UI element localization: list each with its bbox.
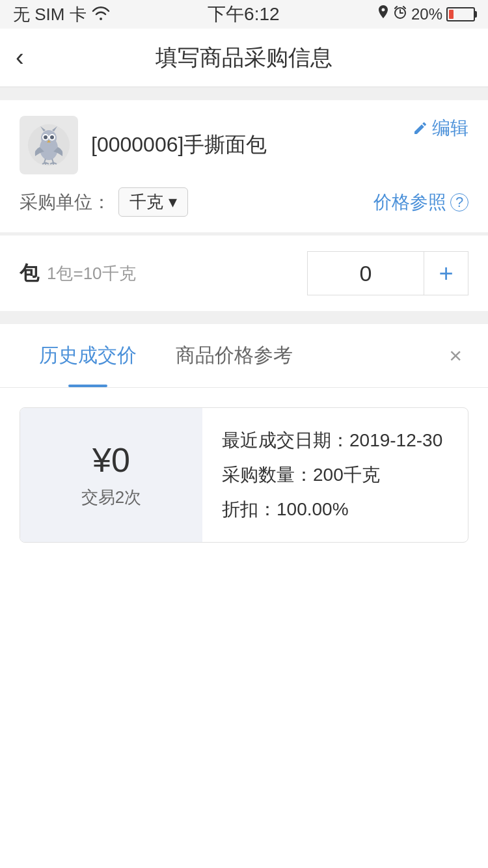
tab-history-price[interactable]: 历史成交价 [20, 324, 156, 387]
back-button[interactable]: ‹ [16, 44, 24, 72]
tab-product-label: 商品价格参考 [176, 344, 293, 366]
status-time: 下午6:12 [208, 2, 280, 27]
battery-percent: 20% [411, 5, 442, 23]
location-icon [377, 5, 389, 23]
quantity-row: 包 1包=10千克 0 + [20, 236, 468, 311]
tab-content: ¥0 交易2次 最近成交日期：2019-12-30 采购数量：200千克 折扣：… [0, 388, 488, 562]
svg-point-11 [50, 135, 54, 139]
product-card: [0000006]手撕面包 编辑 采购单位： 千克 ▾ 价格参照 ? [0, 100, 488, 232]
quantity-section: 包 1包=10千克 0 + [0, 235, 488, 311]
unit-label: 采购单位： [20, 190, 111, 215]
recent-date-label: 最近成交日期： [222, 430, 349, 450]
qty-label: 采购数量： [222, 465, 313, 485]
status-left: 无 SIM 卡 [13, 3, 110, 26]
product-image [20, 116, 78, 174]
product-left: [0000006]手撕面包 [20, 116, 267, 174]
quantity-plus-button[interactable]: + [424, 251, 468, 295]
edit-button[interactable]: 编辑 [413, 116, 468, 141]
qty-value: 200千克 [313, 465, 380, 485]
help-icon: ? [450, 193, 468, 211]
price-amount: ¥0 [92, 441, 130, 480]
tab-items: 历史成交价 商品价格参考 [20, 324, 312, 387]
price-reference-button[interactable]: 价格参照 ? [373, 190, 468, 215]
price-right-panel: 最近成交日期：2019-12-30 采购数量：200千克 折扣：100.00% [202, 408, 468, 542]
price-detail-qty: 采购数量：200千克 [222, 462, 448, 487]
price-left-panel: ¥0 交易2次 [20, 408, 202, 542]
unit-value: 千克 [129, 191, 163, 213]
recent-date-value: 2019-12-30 [349, 430, 442, 450]
dropdown-icon: ▾ [169, 192, 177, 212]
tab-header: 历史成交价 商品价格参考 × [0, 324, 488, 388]
status-bar: 无 SIM 卡 下午6:12 20% [0, 0, 488, 29]
carrier-text: 无 SIM 卡 [13, 3, 87, 26]
battery-icon [446, 7, 475, 21]
edit-label: 编辑 [432, 116, 468, 141]
product-name: [0000006]手撕面包 [91, 131, 267, 159]
price-detail-date: 最近成交日期：2019-12-30 [222, 427, 448, 453]
page-title: 填写商品采购信息 [156, 43, 332, 73]
tab-product-price-ref[interactable]: 商品价格参考 [156, 324, 312, 387]
unit-badge: 包 [20, 260, 39, 287]
tab-section: 历史成交价 商品价格参考 × ¥0 交易2次 最近成交日期：2019-12-30… [0, 324, 488, 562]
product-header: [0000006]手撕面包 编辑 [20, 116, 468, 174]
price-detail-discount: 折扣：100.00% [222, 496, 448, 522]
alarm-icon [393, 5, 407, 23]
bottom-space [0, 562, 488, 868]
unit-equiv: 1包=10千克 [47, 262, 136, 285]
price-card: ¥0 交易2次 最近成交日期：2019-12-30 采购数量：200千克 折扣：… [20, 407, 468, 543]
price-ref-label: 价格参照 [373, 190, 446, 215]
product-unit-row: 采购单位： 千克 ▾ 价格参照 ? [20, 187, 468, 217]
quantity-left: 包 1包=10千克 [20, 260, 136, 287]
nav-bar: ‹ 填写商品采购信息 [0, 29, 488, 87]
section-divider [0, 311, 488, 324]
discount-value: 100.00% [277, 499, 349, 519]
unit-select-button[interactable]: 千克 ▾ [118, 187, 188, 217]
quantity-input[interactable]: 0 [307, 251, 424, 295]
wifi-icon [92, 5, 110, 25]
status-right: 20% [377, 5, 475, 23]
quantity-controls: 0 + [307, 251, 468, 295]
tab-history-label: 历史成交价 [39, 344, 137, 366]
discount-label: 折扣： [222, 499, 277, 519]
tab-close-button[interactable]: × [442, 336, 468, 375]
svg-point-10 [44, 135, 47, 139]
price-times: 交易2次 [81, 486, 141, 509]
